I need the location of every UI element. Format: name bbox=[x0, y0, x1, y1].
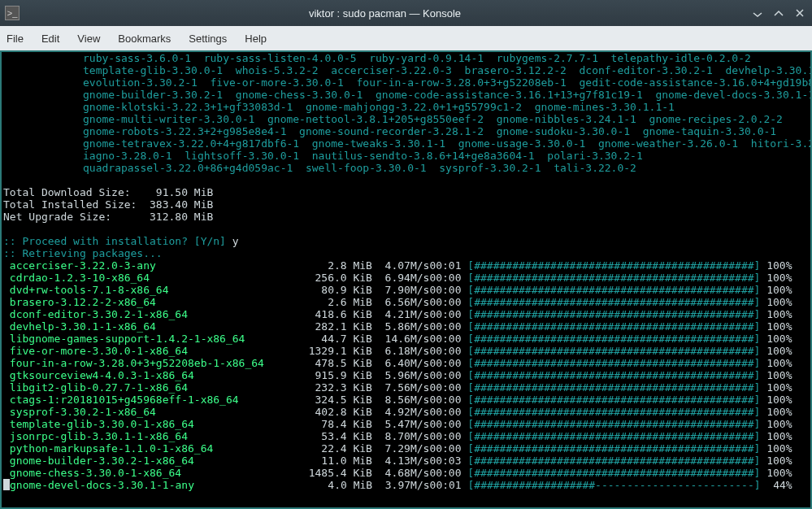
window-titlebar: >_ viktor : sudo pacman — Konsole bbox=[0, 0, 812, 26]
maximize-button[interactable] bbox=[771, 6, 786, 20]
menu-edit[interactable]: Edit bbox=[41, 33, 59, 45]
menu-bar: File Edit View Bookmarks Settings Help bbox=[0, 26, 812, 50]
package-list-line: quadrapassel-3.22.0+86+g4d059ac-1 swell-… bbox=[3, 162, 809, 174]
installed-size: Total Installed Size: 383.40 MiB bbox=[3, 198, 809, 211]
download-row: libgnome-games-support-1.4.2-1-x86_64 44… bbox=[3, 333, 809, 345]
package-list-line: gnome-klotski-3.22.3+1+gf33083d-1 gnome-… bbox=[3, 101, 809, 113]
app-icon: >_ bbox=[5, 6, 20, 20]
package-list-line: gnome-robots-3.22.3+2+g985e8e4-1 gnome-s… bbox=[3, 125, 809, 137]
download-row: gnome-devel-docs-3.30.1-1-any 4.0 MiB 3.… bbox=[3, 479, 809, 491]
package-list-line: gnome-builder-3.30.2-1 gnome-chess-3.30.… bbox=[3, 89, 809, 101]
download-row: dvd+rw-tools-7.1-8-x86_64 80.9 KiB 7.90M… bbox=[3, 284, 809, 296]
package-list-line: iagno-3.28.0-1 lightsoff-3.30.0-1 nautil… bbox=[3, 150, 809, 162]
download-row: sysprof-3.30.2-1-x86_64 402.8 KiB 4.92M/… bbox=[3, 406, 809, 418]
window-title: viktor : sudo pacman — Konsole bbox=[20, 7, 750, 20]
download-row: jsonrpc-glib-3.30.1-1-x86_64 53.4 KiB 8.… bbox=[3, 430, 809, 442]
download-row: four-in-a-row-3.28.0+3+g52208eb-1-x86_64… bbox=[3, 357, 809, 369]
package-list-line: gnome-multi-writer-3.30.0-1 gnome-nettoo… bbox=[3, 113, 809, 125]
download-row: gtksourceview4-4.0.3-1-x86_64 915.9 KiB … bbox=[3, 369, 809, 381]
upgrade-size: Net Upgrade Size: 312.80 MiB bbox=[3, 211, 809, 223]
download-row: dconf-editor-3.30.2-1-x86_64 418.6 KiB 4… bbox=[3, 308, 809, 320]
download-row: gnome-builder-3.30.2-1-x86_64 11.0 MiB 4… bbox=[3, 455, 809, 467]
menu-file[interactable]: File bbox=[7, 33, 24, 45]
download-row: accerciser-3.22.0-3-any 2.8 MiB 4.07M/s0… bbox=[3, 259, 809, 272]
terminal-area[interactable]: ruby-sass-3.6.0-1 ruby-sass-listen-4.0.0… bbox=[2, 52, 810, 507]
minimize-button[interactable] bbox=[750, 6, 765, 20]
download-row: devhelp-3.30.1-1-x86_64 282.1 KiB 5.86M/… bbox=[3, 320, 809, 333]
menu-view[interactable]: View bbox=[77, 33, 100, 45]
download-row: template-glib-3.30.0-1-x86_64 78.4 KiB 5… bbox=[3, 418, 809, 430]
menu-help[interactable]: Help bbox=[245, 33, 267, 45]
menu-settings[interactable]: Settings bbox=[189, 33, 227, 45]
download-row: cdrdao-1.2.3-10-x86_64 256.0 KiB 6.94M/s… bbox=[3, 272, 809, 284]
window-controls bbox=[750, 6, 807, 20]
retrieving-line: :: Retrieving packages... bbox=[3, 247, 809, 259]
download-row: ctags-1:r20181015+g45968eff-1-x86_64 324… bbox=[3, 394, 809, 406]
package-list-line: gnome-tetravex-3.22.0+4+g817dbf6-1 gnome… bbox=[3, 137, 809, 150]
download-size: Total Download Size: 91.50 MiB bbox=[3, 186, 809, 198]
close-button[interactable] bbox=[792, 6, 807, 20]
package-list-line: ruby-sass-3.6.0-1 ruby-sass-listen-4.0.0… bbox=[3, 52, 809, 64]
download-row: brasero-3.12.2-2-x86_64 2.6 MiB 6.56M/s0… bbox=[3, 296, 809, 308]
download-row: five-or-more-3.30.0-1-x86_64 1329.1 KiB … bbox=[3, 345, 809, 357]
package-list-line: evolution-3.30.2-1 five-or-more-3.30.0-1… bbox=[3, 76, 809, 89]
menu-bookmarks[interactable]: Bookmarks bbox=[118, 33, 171, 45]
download-row: gnome-chess-3.30.0-1-x86_64 1485.4 KiB 4… bbox=[3, 467, 809, 479]
install-prompt: :: Proceed with installation? [Y/n] y bbox=[3, 235, 809, 247]
package-list-line: template-glib-3.30.0-1 whois-5.3.2-2 acc… bbox=[3, 64, 809, 76]
terminal-cursor bbox=[3, 479, 10, 490]
download-row: libgit2-glib-0.27.7-1-x86_64 232.3 KiB 7… bbox=[3, 381, 809, 394]
download-row: python-markupsafe-1.1.0-1-x86_64 22.4 Ki… bbox=[3, 442, 809, 455]
